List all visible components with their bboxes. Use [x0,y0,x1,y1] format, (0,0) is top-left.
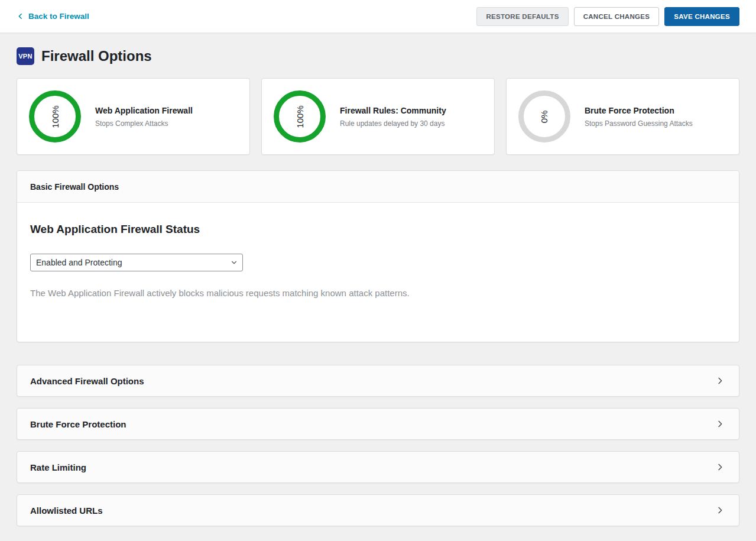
accordion-allowlisted-urls[interactable]: Allowlisted URLs [17,494,739,526]
page-title: Firewall Options [41,48,152,64]
page-heading: VPN Firewall Options [17,47,739,65]
status-card-subtitle: Stops Password Guessing Attacks [585,119,693,128]
status-cards-row: 100% Web Application Firewall Stops Comp… [17,78,739,155]
chevron-right-icon [715,462,725,472]
gauge-ring: 100% [29,90,81,142]
waf-status-help-text: The Web Application Firewall actively bl… [30,288,562,298]
cancel-changes-button[interactable]: CANCEL CHANGES [574,7,660,26]
status-card-title: Web Application Firewall [95,106,193,115]
accordion-label: Advanced Firewall Options [30,376,144,386]
chevron-right-icon [715,419,725,429]
waf-status-select-wrap: Enabled and Protecting [30,254,243,271]
accordion-label: Allowlisted URLs [30,506,103,516]
gauge-percent: 0% [540,110,550,123]
back-link-label: Back to Firewall [28,12,89,21]
main-content: VPN Firewall Options 100% Web Applicatio… [0,33,756,526]
waf-status-select[interactable]: Enabled and Protecting [30,254,243,271]
status-card-firewall-rules: 100% Firewall Rules: Community Rule upda… [261,78,495,155]
accordion-label: Rate Limiting [30,462,86,472]
status-card-title: Firewall Rules: Community [340,106,446,115]
panel-header-label: Basic Firewall Options [30,182,119,192]
accordion-advanced-firewall-options[interactable]: Advanced Firewall Options [17,365,739,397]
status-card-text: Brute Force Protection Stops Password Gu… [585,106,693,128]
status-card-title: Brute Force Protection [585,106,693,115]
basic-firewall-options-panel: Basic Firewall Options Web Application F… [17,170,739,342]
chevron-right-icon [715,506,725,515]
restore-defaults-button[interactable]: RESTORE DEFAULTS [476,7,568,26]
status-card-subtitle: Stops Complex Attacks [95,119,193,128]
status-card-subtitle: Rule updates delayed by 30 days [340,119,446,128]
chevron-right-icon [715,376,725,385]
waf-status-section-title: Web Application Firewall Status [30,223,726,236]
gauge-ring: 100% [274,90,326,142]
gauge-percent: 100% [295,105,305,128]
status-card-text: Web Application Firewall Stops Complex A… [95,106,193,128]
gauge-ring: 0% [518,90,570,142]
basic-firewall-options-body: Web Application Firewall Status Enabled … [17,203,739,342]
basic-firewall-options-header[interactable]: Basic Firewall Options [17,171,739,203]
status-card-web-application-firewall: 100% Web Application Firewall Stops Comp… [17,78,250,155]
topbar-actions: RESTORE DEFAULTS CANCEL CHANGES SAVE CHA… [476,7,739,26]
chevron-left-icon [17,12,24,20]
save-changes-button[interactable]: SAVE CHANGES [664,7,739,26]
accordion-rate-limiting[interactable]: Rate Limiting [17,451,739,483]
accordion-label: Brute Force Protection [30,419,126,429]
accordion-brute-force-protection[interactable]: Brute Force Protection [17,408,739,440]
gauge-percent: 100% [50,105,60,128]
back-to-firewall-link[interactable]: Back to Firewall [17,12,89,21]
vpn-badge-icon: VPN [17,47,34,65]
status-card-text: Firewall Rules: Community Rule updates d… [340,106,446,128]
topbar: Back to Firewall RESTORE DEFAULTS CANCEL… [0,0,756,33]
status-card-brute-force-protection: 0% Brute Force Protection Stops Password… [506,78,739,155]
